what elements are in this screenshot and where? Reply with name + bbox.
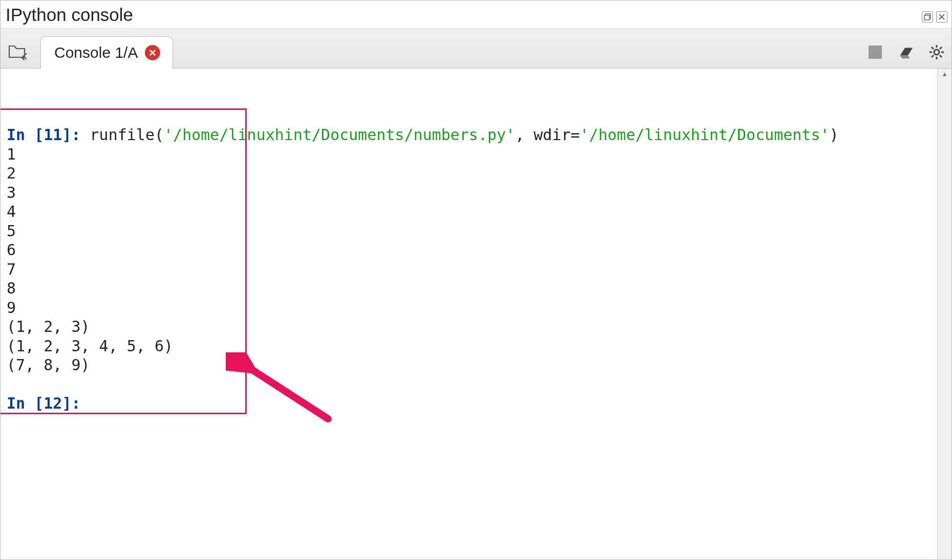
svg-line-12 xyxy=(932,47,934,49)
browse-folder-button[interactable] xyxy=(7,40,29,63)
ipython-console-panel: IPython console Console 1/A xyxy=(0,0,952,560)
toolbar-right xyxy=(867,43,945,61)
output-line: 6 xyxy=(7,240,933,260)
output-line: 7 xyxy=(7,260,933,279)
output-line: 3 xyxy=(7,183,933,203)
panel-title: IPython console xyxy=(6,3,133,28)
svg-line-14 xyxy=(940,47,942,49)
prompt-number: 12 xyxy=(44,394,62,412)
prompt-in: In [ xyxy=(7,394,44,412)
output-line: 1 xyxy=(7,145,933,164)
clear-icon[interactable] xyxy=(897,43,915,61)
toolbar: Console 1/A xyxy=(1,29,951,69)
svg-rect-1 xyxy=(924,15,929,20)
close-panel-icon[interactable] xyxy=(936,11,947,23)
output-line: 8 xyxy=(7,279,933,298)
restore-icon[interactable] xyxy=(922,11,933,23)
output-line: (7, 8, 9) xyxy=(7,355,933,375)
close-tab-icon[interactable] xyxy=(145,45,160,60)
console-output[interactable]: In [11]: runfile('/home/linuxhint/Docume… xyxy=(1,69,937,559)
svg-point-7 xyxy=(934,50,939,55)
prompt-number: 11 xyxy=(44,126,62,144)
title-bar: IPython console xyxy=(1,1,951,29)
output-line: 4 xyxy=(7,202,933,221)
scroll-up-icon[interactable]: ▴ xyxy=(938,70,951,78)
title-bar-icons xyxy=(922,8,947,23)
output-line: 9 xyxy=(7,298,933,318)
svg-line-13 xyxy=(940,55,942,57)
output-line: (1, 2, 3, 4, 5, 6) xyxy=(7,337,933,356)
prompt-in: In [ xyxy=(7,126,44,144)
output-line: 2 xyxy=(7,164,933,183)
stop-icon[interactable] xyxy=(867,43,884,61)
output-line: (1, 2, 3) xyxy=(7,317,933,337)
svg-line-15 xyxy=(932,55,934,57)
tab-label: Console 1/A xyxy=(54,44,138,61)
gear-icon[interactable] xyxy=(928,43,945,61)
console-tab[interactable]: Console 1/A xyxy=(40,36,173,69)
output-line: 5 xyxy=(7,221,933,241)
vertical-scrollbar[interactable]: ▴ xyxy=(937,69,951,559)
console-area: In [11]: runfile('/home/linuxhint/Docume… xyxy=(1,69,951,559)
